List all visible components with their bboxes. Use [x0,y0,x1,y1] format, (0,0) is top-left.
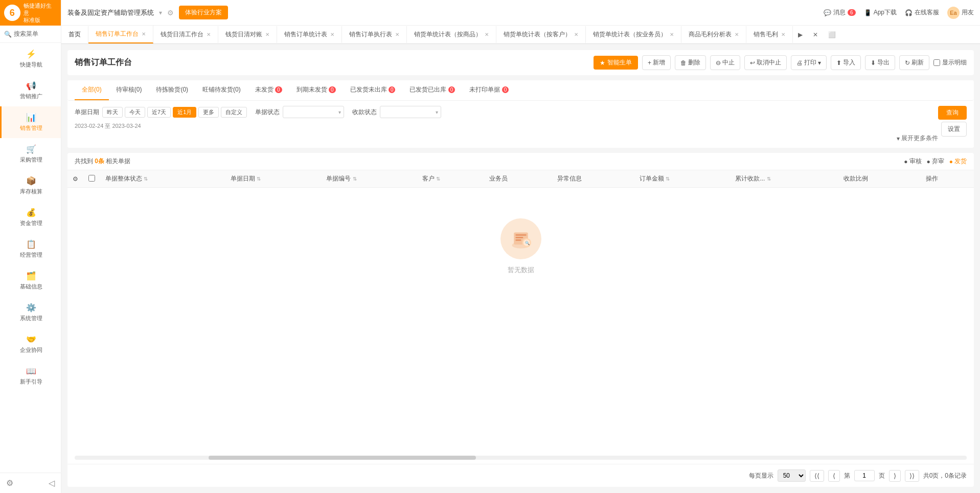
tab-cash-reconcile[interactable]: 钱货日清对账 ✕ [218,26,277,43]
payment-select[interactable] [380,106,441,118]
settings-icon[interactable]: ⚙ [6,478,13,488]
tab-sales-workbench[interactable]: 销售订单工作台 ✕ [88,26,153,43]
tab-close-sales-summary-staff[interactable]: ✕ [670,32,674,37]
tab-sales-exec[interactable]: 销售订单执行表 ✕ [342,26,407,43]
page-number-input[interactable] [854,470,875,481]
collapse-icon[interactable]: ◁ [49,478,55,488]
sidebar-item-system[interactable]: ⚙️ 系统管理 [0,297,61,328]
tab-close-sales-profit[interactable]: ✕ [781,32,785,37]
th-collected: 累计收款... ⇅ [730,170,838,188]
expand-button[interactable]: ▾ 展开更多条件 [897,134,938,143]
filter-tab-not-printed[interactable]: 未打印单据 0 [462,80,516,100]
print-button[interactable]: 🖨 打印 ▾ [791,55,827,70]
ship-op-button[interactable]: ● 发货 [949,157,967,166]
prev-page-button[interactable]: ⟨ [828,470,840,482]
date-btn-today[interactable]: 今天 [125,107,145,118]
date-btn-1month[interactable]: 近1月 [173,107,196,118]
stop-button[interactable]: ⊖ 中止 [710,55,740,70]
horizontal-scrollbar[interactable] [75,456,967,460]
refresh-button[interactable]: ↻ 刷新 [899,55,929,70]
tab-close-sales-exec[interactable]: ✕ [395,32,399,37]
sort-collected-icon[interactable]: ⇅ [767,176,771,182]
sidebar-item-inventory[interactable]: 📦 库存核算 [0,170,61,201]
sidebar-search[interactable]: 🔍 搜索菜单 [0,26,61,43]
solution-button[interactable]: 体验行业方案 [179,6,228,19]
delete-button[interactable]: 🗑 删除 [675,55,706,70]
page-size-select[interactable]: 50 10 20 100 [778,469,806,482]
tab-fullscreen-button[interactable]: ⬜ [823,27,841,42]
scrollbar-thumb[interactable] [209,456,476,460]
smart-create-button[interactable]: ★ 智能生单 [594,56,638,70]
cancel-stop-button[interactable]: ↩ 取消中止 [744,55,787,70]
dropdown-arrow-icon[interactable]: ▾ [159,9,162,16]
tab-more-button[interactable]: ▶ [793,27,808,42]
sort-date-icon[interactable]: ⇅ [257,176,261,182]
sidebar-item-basic-info[interactable]: 🗂️ 基础信息 [0,265,61,297]
sidebar-item-guide[interactable]: 📖 新手引导 [0,360,61,392]
filter-tab-shipped-out[interactable]: 已发货已出库 0 [402,80,462,100]
sidebar-item-sales[interactable]: 📊 销售管理 [0,106,61,138]
sidebar-item-quick-nav[interactable]: ⚡ 快捷导航 [0,43,61,75]
tab-pin-button[interactable]: ✕ [808,27,823,42]
ship-icon: ● [949,158,953,165]
tab-home[interactable]: 首页 [61,26,88,43]
date-btn-7days[interactable]: 近7天 [147,107,171,118]
tab-sales-profit[interactable]: 销售毛利 ✕ [746,26,793,43]
tab-close-sales-stat[interactable]: ✕ [330,32,334,37]
first-page-button[interactable]: ⟨⟨ [810,470,824,482]
sidebar-item-marketing[interactable]: 📢 营销推广 [0,75,61,106]
settings-gear-icon[interactable]: ⚙ [167,9,174,17]
date-btn-yesterday[interactable]: 昨天 [102,107,123,118]
filter-tab-wangpu[interactable]: 旺铺待发货(0) [195,80,248,100]
filter-tab-pending-review[interactable]: 待审核(0) [109,80,149,100]
export-button[interactable]: ⬇ 导出 [865,55,895,70]
empty-text: 暂无数据 [508,265,534,275]
status-select[interactable] [283,106,344,118]
sidebar-item-finance[interactable]: 💰 资金管理 [0,201,61,233]
user-button[interactable]: Ea 用友 [947,7,974,19]
show-detail-checkbox[interactable] [933,59,940,66]
sort-amount-icon[interactable]: ⇅ [666,176,670,182]
tab-close-cash-daily[interactable]: ✕ [207,32,211,37]
filter-setting-button[interactable]: 设置 [941,122,967,137]
tab-cash-daily[interactable]: 钱货日清工作台 ✕ [153,26,218,43]
shipped-out-badge: 0 [448,86,455,93]
show-detail-checkbox-label[interactable]: 显示明细 [933,58,967,67]
last-page-button[interactable]: ⟩⟩ [905,470,919,482]
tab-sales-summary-staff[interactable]: 销货单统计表（按业务员） ✕ [586,26,681,43]
import-button[interactable]: ⬆ 导入 [831,55,861,70]
plus-icon: + [648,59,651,66]
sort-status-icon[interactable]: ⇅ [144,176,148,182]
th-action: 操作 [921,170,974,188]
date-btn-custom[interactable]: 自定义 [221,107,247,118]
tab-sales-stat[interactable]: 销售订单统计表 ✕ [277,26,342,43]
online-service-button[interactable]: 🎧 在线客服 [905,8,939,17]
tab-close-cash-reconcile[interactable]: ✕ [265,32,269,37]
tab-sales-summary-customer[interactable]: 销货单统计表（按客户） ✕ [496,26,586,43]
filter-tab-shipped-not-out[interactable]: 已发货未出库 0 [343,80,403,100]
review-op-button[interactable]: ● 审核 [904,157,921,166]
filter-tab-all[interactable]: 全部(0) [75,80,109,100]
query-button[interactable]: 查询 [938,106,967,120]
tab-close-sales-workbench[interactable]: ✕ [142,31,146,37]
next-page-button[interactable]: ⟩ [889,470,901,482]
filter-tab-expired-not-shipped[interactable]: 到期未发货 0 [289,80,343,100]
sidebar-item-operations[interactable]: 📋 经营管理 [0,233,61,265]
app-download-button[interactable]: 📱 App下载 [864,8,897,17]
select-all-checkbox[interactable] [88,175,95,182]
tab-close-gross-margin[interactable]: ✕ [735,32,739,37]
tab-gross-margin[interactable]: 商品毛利分析表 ✕ [681,26,746,43]
tab-sales-summary-product[interactable]: 销货单统计表（按商品） ✕ [407,26,496,43]
new-button[interactable]: + 新增 [642,55,671,70]
tab-close-sales-summary-customer[interactable]: ✕ [574,32,578,37]
sidebar-item-cooperation[interactable]: 🤝 企业协同 [0,328,61,360]
filter-tab-pending-inspection[interactable]: 待拣验货(0) [149,80,195,100]
sidebar-item-purchase[interactable]: 🛒 采购管理 [0,138,61,170]
cancel-review-op-button[interactable]: ● 弃审 [927,157,944,166]
sort-customer-icon[interactable]: ⇅ [436,176,440,182]
sort-number-icon[interactable]: ⇅ [353,176,357,182]
message-button[interactable]: 💬 消息 6 [824,8,856,17]
filter-tab-not-shipped[interactable]: 未发货 0 [248,80,289,100]
date-btn-more[interactable]: 更多 [198,107,219,118]
tab-close-sales-summary-product[interactable]: ✕ [485,32,489,37]
